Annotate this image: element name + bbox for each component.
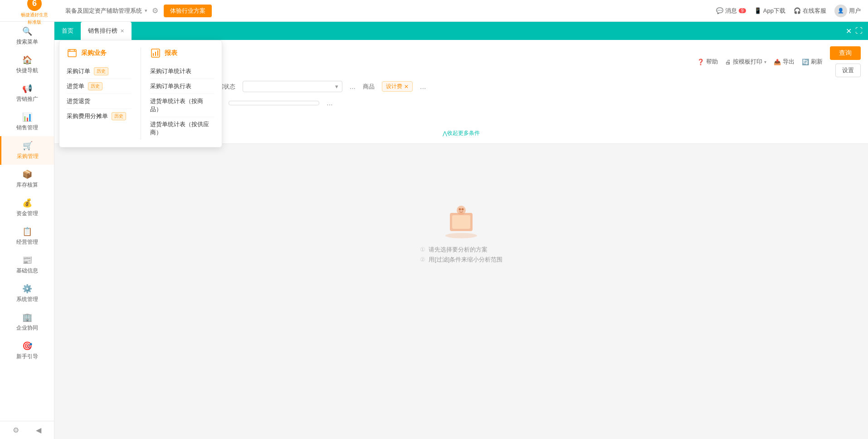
salesperson-dots[interactable]: ... <box>327 99 332 107</box>
logo-edition: 标准版 <box>28 19 41 25</box>
dropdown-item-purchase-order[interactable]: 采购订单 历史 <box>67 64 132 79</box>
message-item[interactable]: 💬 消息 9 <box>716 7 746 15</box>
sidebar: 🔍 搜索菜单 🏠 快捷导航 📢 营销推广 📊 销售管理 🛒 采购管理 📦 库存核… <box>0 22 54 439</box>
purchase-col-icon <box>67 48 78 59</box>
dropdown-item-incoming-stat-goods[interactable]: 进货单统计表（按商品） <box>150 94 215 117</box>
print-icon: 🖨 <box>725 59 731 65</box>
voucher-status-dots[interactable]: ... <box>350 83 356 91</box>
sidebar-item-search[interactable]: 🔍 搜索菜单 <box>0 22 54 50</box>
logo-icon: 6 <box>27 0 42 11</box>
guide-icon: 🎯 <box>22 341 32 351</box>
tab-bar: 首页 销售排行榜 ✕ ✕ ⛶ <box>54 22 868 40</box>
export-label: 导出 <box>783 58 795 66</box>
tab-sales-rank[interactable]: 销售排行榜 ✕ <box>81 22 132 40</box>
help-icon: ❓ <box>697 59 704 65</box>
svg-point-0 <box>445 233 477 238</box>
setting-button[interactable]: 设置 <box>835 64 861 77</box>
goods-tag-label: 设计费 <box>386 83 402 90</box>
online-service-item[interactable]: 🎧 在线客服 <box>794 7 826 15</box>
print-btn[interactable]: 🖨 按模板打印 ▾ <box>725 58 766 66</box>
voucher-status-select[interactable]: ▾ <box>243 81 342 92</box>
industry-btn[interactable]: 体验行业方案 <box>164 5 212 17</box>
system-title: 装备及固定资产辅助管理系统 <box>65 7 142 15</box>
app-download-item[interactable]: 📱 App下载 <box>754 7 785 15</box>
goods-tag[interactable]: 设计费 ✕ <box>382 81 413 92</box>
tab-close-icon[interactable]: ✕ <box>120 28 124 34</box>
goods-tag-close[interactable]: ✕ <box>404 84 409 90</box>
search-icon: 🔍 <box>22 26 32 36</box>
dropdown-item-purchase-expense[interactable]: 采购费用分摊单 历史 <box>67 109 132 123</box>
sidebar-label-inventory: 库存核算 <box>16 181 38 189</box>
empty-state: ① 请先选择要分析的方案 ② 用[过滤]条件来缩小分析范围 <box>54 144 868 326</box>
message-label: 消息 <box>725 7 737 15</box>
sidebar-item-quick-nav[interactable]: 🏠 快捷导航 <box>0 50 54 79</box>
sidebar-item-purchase[interactable]: 🛒 采购管理 <box>0 136 54 165</box>
sidebar-item-inventory[interactable]: 📦 库存核算 <box>0 165 54 193</box>
sidebar-item-marketing[interactable]: 📢 营销推广 <box>0 79 54 108</box>
dropdown-col-report: 报表 采购订单统计表 采购订单执行表 进货单统计表（按商品） 进货单统计表（按供… <box>150 48 215 140</box>
sidebar-item-enterprise[interactable]: 🏢 企业协同 <box>0 308 54 336</box>
dropdown-item-purchase-order-stat[interactable]: 采购订单统计表 <box>150 64 215 79</box>
help-label: 帮助 <box>706 58 718 66</box>
logo-brand: 畅捷通好生意 <box>21 12 48 18</box>
salesperson-select[interactable] <box>229 101 319 105</box>
help-btn[interactable]: ❓ 帮助 <box>697 58 718 66</box>
sidebar-item-sales[interactable]: 📊 销售管理 <box>0 108 54 136</box>
query-button[interactable]: 查询 <box>830 46 861 60</box>
top-right: 💬 消息 9 📱 App下载 🎧 在线客服 👤 用户 <box>716 5 861 17</box>
tab-maximize-icon[interactable]: ⛶ <box>855 27 863 35</box>
purchase-col-title: 采购业务 <box>81 49 107 57</box>
dropdown-item-incoming-return[interactable]: 进货退货 <box>67 94 132 109</box>
tab-sales-rank-label: 销售排行榜 <box>88 27 117 35</box>
dropdown-item-purchase-order-exec[interactable]: 采购订单执行表 <box>150 79 215 94</box>
sidebar-label-operation: 经营管理 <box>16 238 38 246</box>
sidebar-settings-icon[interactable]: ⚙ <box>13 426 19 434</box>
dropdown-item-incoming[interactable]: 进货单 历史 <box>67 79 132 94</box>
message-badge: 9 <box>739 8 746 13</box>
empty-svg <box>439 204 484 240</box>
user-item[interactable]: 👤 用户 <box>834 5 861 17</box>
user-label: 用户 <box>849 7 861 15</box>
goods-dots[interactable]: ... <box>420 83 426 91</box>
export-btn[interactable]: 📤 导出 <box>774 58 795 66</box>
empty-illustration <box>439 204 484 240</box>
settings-icon[interactable]: ⚙ <box>152 6 158 15</box>
system-dropdown-arrow[interactable]: ▾ <box>145 8 147 14</box>
sidebar-label-marketing: 营销推广 <box>16 95 38 103</box>
print-dropdown-icon[interactable]: ▾ <box>764 59 766 64</box>
purchase-order-exec-label: 采购订单执行表 <box>150 82 191 90</box>
report-col-icon <box>150 48 161 59</box>
logo-area: 6 畅捷通好生意 标准版 <box>7 0 62 25</box>
refresh-btn[interactable]: 🔄 刷新 <box>802 58 823 66</box>
sidebar-item-operation[interactable]: 📋 经营管理 <box>0 222 54 251</box>
dropdown-col-purchase-header: 采购业务 <box>67 48 132 59</box>
sidebar-item-finance[interactable]: 💰 资金管理 <box>0 193 54 222</box>
sidebar-item-guide[interactable]: 🎯 新手引导 <box>0 336 54 365</box>
incoming-stat-supplier-label: 进货单统计表（按供应商） <box>150 120 215 137</box>
home-icon: 🏠 <box>22 55 32 65</box>
collapse-label: 收起更多条件 <box>447 129 480 137</box>
svg-point-5 <box>462 208 464 211</box>
tab-close-all-icon[interactable]: ✕ <box>846 27 852 35</box>
enterprise-icon: 🏢 <box>22 312 32 322</box>
operation-icon: 📋 <box>22 227 32 237</box>
sidebar-collapse-icon[interactable]: ◀ <box>36 426 41 434</box>
purchase-order-stat-label: 采购订单统计表 <box>150 67 191 75</box>
finance-icon: 💰 <box>22 198 32 208</box>
sidebar-item-system[interactable]: ⚙️ 系统管理 <box>0 279 54 308</box>
incoming-return-label: 进货退货 <box>67 97 90 105</box>
empty-hint1: ① 请先选择要分析的方案 <box>420 246 503 254</box>
empty-hints: ① 请先选择要分析的方案 ② 用[过滤]条件来缩小分析范围 <box>420 246 503 266</box>
print-label: 按模板打印 <box>733 58 762 66</box>
goods-label: 商品 <box>363 83 375 91</box>
sidebar-label-enterprise: 企业协同 <box>16 324 38 332</box>
sidebar-label-guide: 新手引导 <box>16 353 38 360</box>
dropdown-item-incoming-stat-supplier[interactable]: 进货单统计表（按供应商） <box>150 117 215 140</box>
voucher-status-arrow: ▾ <box>335 83 338 90</box>
dropdown-col-report-header: 报表 <box>150 48 215 59</box>
sidebar-label-sales: 销售管理 <box>16 124 38 132</box>
incoming-stat-goods-label: 进货单统计表（按商品） <box>150 97 215 113</box>
sidebar-item-basic-info[interactable]: 📰 基础信息 <box>0 251 54 279</box>
sidebar-label-finance: 资金管理 <box>16 210 38 217</box>
system-icon: ⚙️ <box>22 284 32 294</box>
